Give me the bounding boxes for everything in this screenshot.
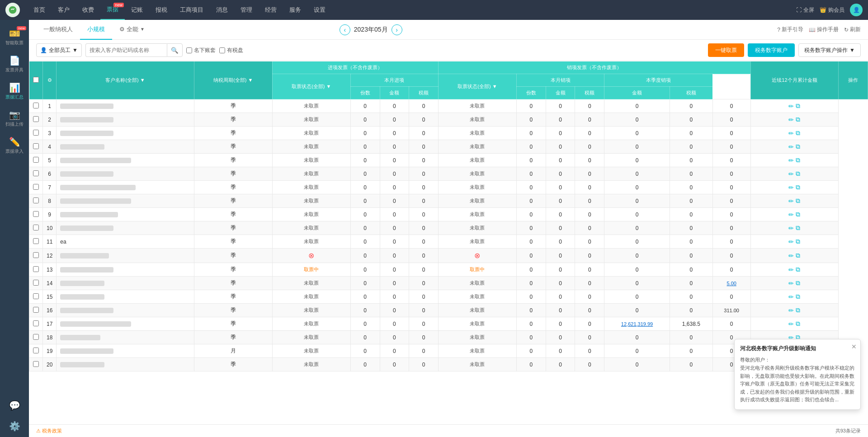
edit-icon[interactable]: ✏ (788, 130, 794, 137)
sidebar-item-smart-ticket[interactable]: 🎫 智能取票 new (0, 23, 29, 51)
edit-icon[interactable]: ✏ (788, 320, 794, 328)
copy-icon[interactable]: ⧉ (796, 170, 800, 178)
user-avatar[interactable]: 👤 (850, 4, 863, 16)
row-checkbox[interactable] (33, 157, 39, 163)
row-checkbox[interactable] (33, 361, 39, 367)
tab-general-taxpayer[interactable]: 一般纳税人 (36, 20, 80, 40)
search-button[interactable]: 🔍 (167, 43, 183, 57)
has-tax-disk-checkbox[interactable] (219, 47, 225, 53)
deduct-je-value[interactable]: 12,621,319.99 (621, 321, 653, 327)
nav-business[interactable]: 工商项目 (174, 0, 210, 20)
under-account-checkbox[interactable] (186, 47, 192, 53)
edit-icon[interactable]: ✏ (788, 170, 794, 178)
row-checkbox[interactable] (33, 211, 39, 217)
copy-icon[interactable]: ⧉ (796, 156, 800, 164)
notification-close-button[interactable]: ✕ (851, 343, 857, 350)
one-click-ticket-button[interactable]: 一键取票 (708, 43, 744, 57)
row-name-cell[interactable]: ████████████████ (57, 154, 194, 167)
nav-service[interactable]: 服务 (283, 0, 307, 20)
next-month-button[interactable]: › (392, 24, 402, 35)
copy-icon[interactable]: ⧉ (796, 102, 800, 110)
row-name-cell[interactable]: █████████████████ (57, 181, 194, 194)
row-name-cell[interactable]: ████████████ (57, 263, 194, 277)
copy-icon[interactable]: ⧉ (796, 252, 800, 259)
edit-icon[interactable]: ✏ (788, 238, 794, 245)
tab-all[interactable]: ⚙ 全能 ▼ (112, 20, 152, 40)
nav-customer[interactable]: 客户 (52, 0, 76, 20)
copy-icon[interactable]: ⧉ (796, 116, 800, 123)
nav-manage[interactable]: 管理 (234, 0, 259, 20)
select-all-checkbox[interactable] (33, 77, 39, 83)
search-input[interactable] (85, 43, 167, 57)
sidebar-item-scan-upload[interactable]: 📷 扫描上传 (0, 105, 29, 132)
tax-policy-link[interactable]: ⚠ 税务政策 (36, 428, 62, 434)
row-name-cell[interactable]: █████████ (57, 331, 194, 344)
row-checkbox[interactable] (33, 103, 39, 108)
row-checkbox[interactable] (33, 320, 39, 326)
copy-icon[interactable]: ⧉ (796, 266, 800, 273)
edit-icon[interactable]: ✏ (788, 307, 794, 314)
edit-icon[interactable]: ✏ (788, 143, 794, 150)
nav-home[interactable]: 首页 (27, 0, 52, 20)
edit-icon[interactable]: ✏ (788, 280, 794, 287)
row-checkbox[interactable] (33, 197, 39, 203)
copy-icon[interactable]: ⧉ (796, 143, 800, 150)
row-name-cell[interactable]: ████████████████ (57, 317, 194, 331)
row-name-cell[interactable]: ████████████ (57, 344, 194, 358)
edit-icon[interactable]: ✏ (788, 103, 794, 110)
row-name-cell[interactable]: ████████████ (57, 99, 194, 113)
copy-icon[interactable]: ⧉ (796, 238, 800, 245)
edit-icon[interactable]: ✏ (788, 157, 794, 164)
row-checkbox[interactable] (33, 170, 39, 176)
copy-icon[interactable]: ⧉ (796, 306, 800, 314)
sidebar-item-ticket-entry[interactable]: ✏️ 票据录入 (0, 132, 29, 159)
nav-ticket[interactable]: 票据 new (100, 0, 125, 20)
row-checkbox[interactable] (33, 225, 39, 230)
copy-icon[interactable]: ⧉ (796, 183, 800, 191)
edit-icon[interactable]: ✏ (788, 184, 794, 191)
row-name-cell[interactable]: ████████████████ (57, 194, 194, 208)
row-name-cell[interactable]: ██████████ (57, 290, 194, 304)
row-name-cell[interactable]: ██████████ (57, 140, 194, 154)
edit-icon[interactable]: ✏ (788, 225, 794, 232)
copy-icon[interactable]: ⧉ (796, 197, 800, 205)
copy-icon[interactable]: ⧉ (796, 224, 800, 232)
row-checkbox[interactable] (33, 348, 39, 353)
sidebar-item-gear[interactable]: ⚙️ (0, 416, 29, 437)
edit-icon[interactable]: ✏ (788, 293, 794, 301)
row-checkbox[interactable] (33, 130, 39, 136)
row-name-cell[interactable]: ████████████ (57, 167, 194, 181)
row-checkbox[interactable] (33, 266, 39, 272)
row-checkbox[interactable] (33, 307, 39, 313)
nav-bookkeeping[interactable]: 记账 (125, 0, 149, 20)
edit-icon[interactable]: ✏ (788, 252, 794, 259)
fullscreen-button[interactable]: ⛶ 全屏 (796, 6, 814, 14)
tab-small-scale[interactable]: 小规模 (80, 20, 112, 40)
row-checkbox[interactable] (33, 280, 39, 286)
row-name-cell[interactable]: ████████████ (57, 304, 194, 317)
row-checkbox[interactable] (33, 184, 39, 190)
tax-digital-account-button[interactable]: 税务数字账户 (748, 43, 795, 57)
edit-icon[interactable]: ✏ (788, 197, 794, 205)
employee-filter[interactable]: 👤 全部员工 ▼ (36, 43, 82, 57)
nav-message[interactable]: 消息 (210, 0, 234, 20)
row-name-cell[interactable]: █████████████ (57, 208, 194, 221)
row-checkbox[interactable] (33, 334, 39, 340)
manual-link[interactable]: 📖 操作手册 (809, 26, 839, 33)
copy-icon[interactable]: ⧉ (796, 129, 800, 137)
nav-operation[interactable]: 经营 (259, 0, 283, 20)
copy-icon[interactable]: ⧉ (796, 211, 800, 218)
refresh-link[interactable]: ↻ 刷新 (844, 26, 861, 33)
row-name-cell[interactable]: ██████████ (57, 277, 194, 290)
row-name-cell[interactable]: ████████████ (57, 113, 194, 127)
edit-icon[interactable]: ✏ (788, 266, 794, 273)
copy-icon[interactable]: ⧉ (796, 293, 800, 301)
row-name-cell[interactable]: ea (57, 235, 194, 249)
nav-billing[interactable]: 收费 (76, 0, 100, 20)
member-button[interactable]: 👑 购会员 (820, 6, 844, 14)
sidebar-item-chat[interactable]: 💬 (0, 395, 29, 416)
nav-tax[interactable]: 报税 (149, 0, 174, 20)
row-checkbox[interactable] (33, 252, 39, 258)
has-tax-disk-checkbox-label[interactable]: 有税盘 (219, 47, 243, 54)
nav-settings[interactable]: 设置 (307, 0, 332, 20)
